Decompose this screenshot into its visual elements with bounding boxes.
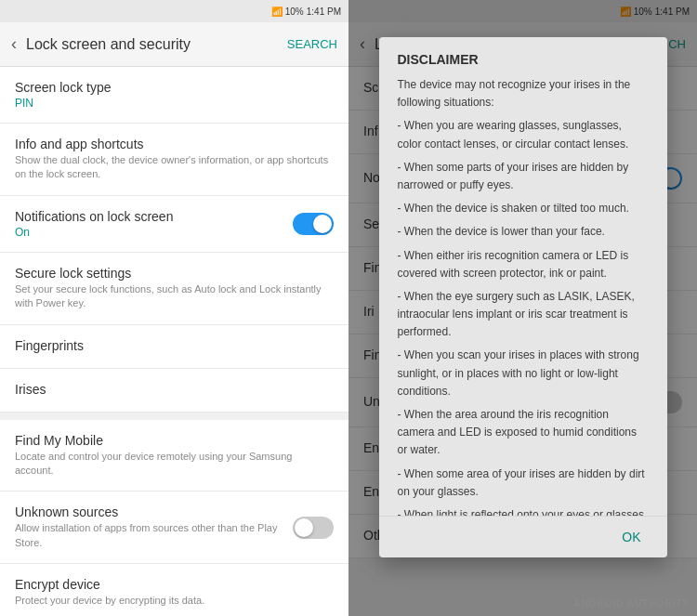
settings-item-encrypt-device[interactable]: Encrypt device Protect your device by en…	[0, 564, 348, 616]
dialog-paragraph: - When the area around the iris recognit…	[398, 406, 649, 460]
item-subtitle-find-my-mobile: Locate and control your device remotely …	[15, 450, 334, 478]
item-title-screen-lock-type: Screen lock type	[15, 80, 334, 95]
disclaimer-dialog: DISCLAIMER The device may not recognize …	[379, 37, 667, 557]
item-title-unknown-sources: Unknown sources	[15, 505, 293, 519]
search-button[interactable]: SEARCH	[287, 37, 337, 51]
item-title-secure-lock-settings: Secure lock settings	[15, 266, 334, 281]
dialog-paragraph: - When some area of your irises are hidd…	[398, 465, 649, 501]
settings-list: Screen lock type PIN Info and app shortc…	[0, 67, 348, 616]
dialog-paragraph: - When you are wearing glasses, sunglass…	[398, 117, 649, 152]
item-subtitle-encrypt-device: Protect your device by encrypting its da…	[15, 594, 334, 608]
signal-icon: 📶	[271, 7, 283, 17]
back-button[interactable]: ‹	[11, 34, 17, 54]
dialog-paragraph: The device may not recognize your irises…	[398, 76, 649, 111]
status-time: 1:41 PM	[307, 7, 341, 17]
item-title-irises: Irises	[15, 382, 334, 397]
left-panel: 📶 10% 1:41 PM ‹ Lock screen and security…	[0, 0, 348, 616]
dialog-ok-button[interactable]: OK	[611, 524, 651, 550]
dialog-paragraph: - When the device is shaken or tilted to…	[398, 200, 649, 217]
item-subtitle-info-app-shortcuts: Show the dual clock, the device owner's …	[15, 153, 334, 182]
dialog-footer: OK	[379, 516, 667, 557]
dialog-body: The device may not recognize your irises…	[398, 76, 649, 516]
battery-text: 10%	[285, 7, 304, 17]
toggle-unknown-sources[interactable]	[293, 517, 334, 539]
dialog-paragraph: - When the device is lower than your fac…	[398, 223, 649, 241]
right-panel: 📶 10% 1:41 PM ‹ Lock screen and security…	[348, 0, 697, 616]
item-title-notifications-lock-screen: Notifications on lock screen	[15, 209, 173, 224]
settings-item-find-my-mobile[interactable]: Find My Mobile Locate and control your d…	[0, 420, 348, 492]
dialog-paragraph: - When light is reflected onto your eyes…	[398, 506, 649, 516]
item-value-notifications-lock-screen: On	[15, 226, 173, 239]
top-bar-left: ‹ Lock screen and security SEARCH	[0, 22, 348, 67]
settings-item-fingerprints[interactable]: Fingerprints	[0, 325, 348, 369]
dialog-paragraph: - When either iris recognition camera or…	[398, 247, 649, 282]
status-bar-left: 📶 10% 1:41 PM	[0, 0, 348, 22]
section-divider	[0, 413, 348, 420]
settings-item-screen-lock-type[interactable]: Screen lock type PIN	[0, 67, 348, 124]
status-icons-left: 📶 10% 1:41 PM	[271, 7, 341, 17]
page-title: Lock screen and security	[26, 36, 287, 53]
item-subtitle-secure-lock-settings: Set your secure lock functions, such as …	[15, 282, 334, 311]
dialog-content: DISCLAIMER The device may not recognize …	[379, 37, 667, 516]
settings-item-irises[interactable]: Irises	[0, 369, 348, 413]
dialog-paragraph: - When you scan your irises in places wi…	[398, 347, 649, 400]
settings-item-unknown-sources[interactable]: Unknown sources Allow installation of ap…	[0, 491, 348, 564]
item-subtitle-unknown-sources: Allow installation of apps from sources …	[15, 521, 293, 550]
dialog-paragraph: - When some parts of your irises are hid…	[398, 159, 649, 194]
dialog-paragraph: - When the eye surgery such as LASIK, LA…	[398, 288, 649, 342]
dialog-title: DISCLAIMER	[398, 52, 649, 67]
item-title-fingerprints: Fingerprints	[15, 338, 334, 353]
dialog-overlay: DISCLAIMER The device may not recognize …	[348, 0, 697, 616]
settings-item-info-app-shortcuts[interactable]: Info and app shortcuts Show the dual clo…	[0, 124, 348, 196]
item-title-info-app-shortcuts: Info and app shortcuts	[15, 137, 334, 151]
settings-item-notifications-lock-screen[interactable]: Notifications on lock screen On	[0, 196, 348, 253]
item-title-find-my-mobile: Find My Mobile	[15, 433, 334, 448]
toggle-notifications-lock-screen[interactable]	[293, 213, 334, 235]
item-value-screen-lock-type: PIN	[15, 97, 334, 110]
item-title-encrypt-device: Encrypt device	[15, 577, 334, 592]
settings-item-secure-lock-settings[interactable]: Secure lock settings Set your secure loc…	[0, 253, 348, 325]
